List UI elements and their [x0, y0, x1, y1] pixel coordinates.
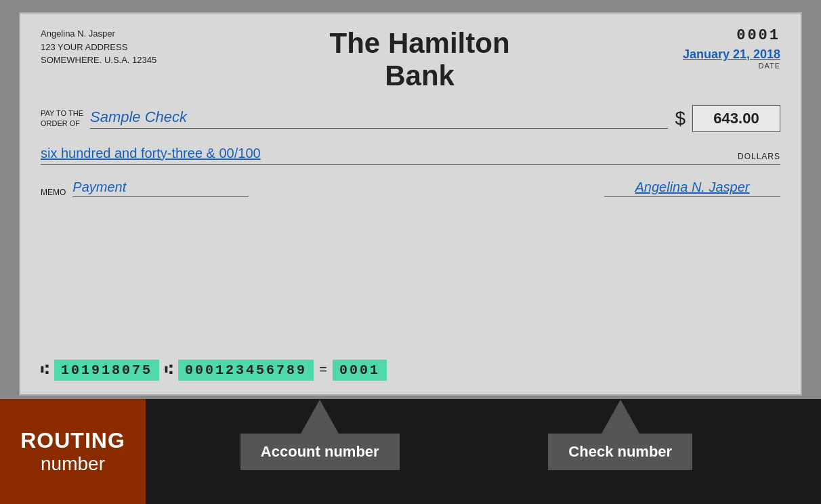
- micr-line: ⑆ 101918075 ⑆ 000123456789 = 0001: [41, 360, 780, 381]
- payee-name: Sample Check: [90, 108, 187, 125]
- micr-separator2: =: [319, 362, 327, 378]
- check-document: Angelina N. Jasper 123 YOUR ADDRESS SOME…: [19, 12, 802, 396]
- info-labels: Account number Check number: [146, 399, 787, 504]
- written-amount: six hundred and forty-three & 00/100: [41, 146, 261, 161]
- check-number-label: Check number: [548, 434, 692, 470]
- memo-label: MEMO: [41, 188, 66, 197]
- pay-to-section: PAY TO THEORDER OF Sample Check $ 643.00: [41, 105, 780, 132]
- date-field-label: DATE: [758, 62, 780, 70]
- dollars-label: DOLLARS: [738, 152, 780, 161]
- check-number-display: 0001: [736, 27, 780, 44]
- account-number-label: Account number: [240, 434, 400, 470]
- signature: Angelina N. Jasper: [604, 180, 780, 197]
- check-number-highlight: 0001: [333, 360, 387, 381]
- memo-line: Payment: [72, 180, 249, 197]
- micr-separator1: ⑆: [165, 362, 173, 378]
- pay-to-label: PAY TO THEORDER OF: [41, 108, 83, 128]
- memo-value: Payment: [72, 180, 126, 194]
- memo-area: MEMO Payment: [41, 180, 249, 197]
- written-amount-section: six hundred and forty-three & 00/100 DOL…: [41, 146, 780, 165]
- micr-prefix: ⑆: [41, 362, 49, 378]
- routing-label-bottom: number: [41, 453, 105, 475]
- bottom-bar: ROUTING number Account number Check numb…: [0, 399, 821, 504]
- dollar-sign: $: [675, 108, 686, 129]
- routing-section: ROUTING number: [0, 399, 146, 504]
- account-holder-name: Angelina N. Jasper: [41, 27, 156, 41]
- payee-line: Sample Check: [90, 108, 668, 129]
- address-line1: 123 YOUR ADDRESS: [41, 41, 156, 54]
- amount-box: 643.00: [692, 105, 780, 132]
- address-block: Angelina N. Jasper 123 YOUR ADDRESS SOME…: [41, 27, 156, 67]
- right-spacer: [787, 399, 821, 504]
- date-value: January 21, 2018: [683, 47, 780, 62]
- address-line2: SOMEWHERE. U.S.A. 12345: [41, 54, 156, 67]
- account-number-highlight: 000123456789: [178, 360, 314, 381]
- routing-number-highlight: 101918075: [54, 360, 159, 381]
- routing-label-top: ROUTING: [20, 428, 125, 453]
- bank-name: The Hamilton Bank: [170, 27, 669, 93]
- memo-signature-section: MEMO Payment Angelina N. Jasper: [41, 180, 780, 197]
